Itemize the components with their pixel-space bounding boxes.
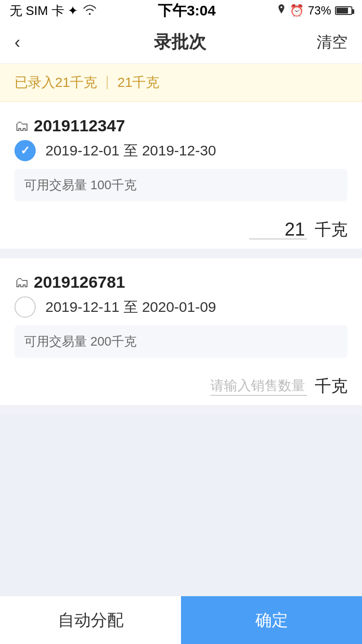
bottom-bar: 自动分配 确定: [0, 596, 362, 644]
batch-1-qty-value: 21: [285, 219, 305, 240]
batch-1-icon: 🗂: [14, 118, 29, 134]
battery-icon: [335, 6, 352, 15]
batch-1-date: 2019-12-01 至 2019-12-30: [45, 141, 216, 161]
alarm-icon: ⏰: [290, 4, 304, 17]
status-time: 下午3:04: [158, 1, 216, 21]
batch-2-qty-placeholder: 请输入销售数量: [210, 377, 305, 395]
clear-button[interactable]: 清空: [317, 32, 348, 53]
auto-distribute-button[interactable]: 自动分配: [0, 596, 181, 644]
batch-1-qty-row: 21 千克: [0, 211, 362, 249]
nav-bar: ‹ 录批次 清空: [0, 21, 362, 64]
batch-2-qty-row: 请输入销售数量 千克: [0, 367, 362, 405]
status-bar: 无 SIM 卡 ✦ 下午3:04 ⏰ 73%: [0, 0, 362, 21]
batch-2-id: 2019126781: [34, 273, 125, 292]
total-amount: 21千克: [117, 73, 159, 92]
batch-2-qty-input-area[interactable]: 请输入销售数量: [210, 377, 307, 396]
batch-2-radio[interactable]: [14, 296, 36, 318]
batch-1-qty-input-area[interactable]: 21: [249, 220, 307, 239]
battery-percent: 73%: [308, 4, 331, 17]
batch-2-unit: 千克: [315, 375, 348, 397]
batch-1-avail-text: 可用交易量 100千克: [24, 178, 137, 192]
separator-2: [0, 405, 362, 415]
sim-indicator: 无 SIM 卡 ✦: [10, 2, 78, 19]
status-left: 无 SIM 卡 ✦: [10, 2, 97, 19]
batch-2-date: 2019-12-11 至 2020-01-09: [45, 297, 216, 317]
batch-card-1: 🗂 2019112347 2019-12-01 至 2019-12-30 可用交…: [0, 102, 362, 249]
batch-1-avail: 可用交易量 100千克: [14, 169, 348, 201]
batch-1-radio[interactable]: [14, 140, 36, 161]
batch-2-header: 🗂 2019126781: [0, 258, 362, 296]
batch-card-2: 🗂 2019126781 2019-12-11 至 2020-01-09 可用交…: [0, 258, 362, 405]
separator-1: [0, 249, 362, 258]
batch-2-avail-text: 可用交易量 200千克: [24, 334, 137, 349]
page-title: 录批次: [154, 30, 206, 54]
batch-1-id: 2019112347: [34, 116, 125, 135]
wifi-icon: [83, 3, 97, 18]
batch-1-unit: 千克: [315, 219, 348, 241]
batch-2-date-row: 2019-12-11 至 2020-01-09: [0, 296, 362, 325]
batch-1-header: 🗂 2019112347: [0, 102, 362, 140]
back-button[interactable]: ‹: [14, 32, 43, 53]
recorded-amount: 已录入21千克: [14, 73, 97, 92]
batch-2-icon: 🗂: [14, 274, 29, 291]
info-banner: 已录入21千克 21千克: [0, 64, 362, 102]
batch-1-date-row: 2019-12-01 至 2019-12-30: [0, 140, 362, 169]
status-right: ⏰ 73%: [277, 4, 352, 17]
confirm-button[interactable]: 确定: [181, 596, 362, 644]
empty-area: [0, 415, 362, 622]
banner-divider: [107, 76, 108, 89]
batch-2-avail: 可用交易量 200千克: [14, 325, 348, 358]
location-icon: [277, 4, 286, 17]
